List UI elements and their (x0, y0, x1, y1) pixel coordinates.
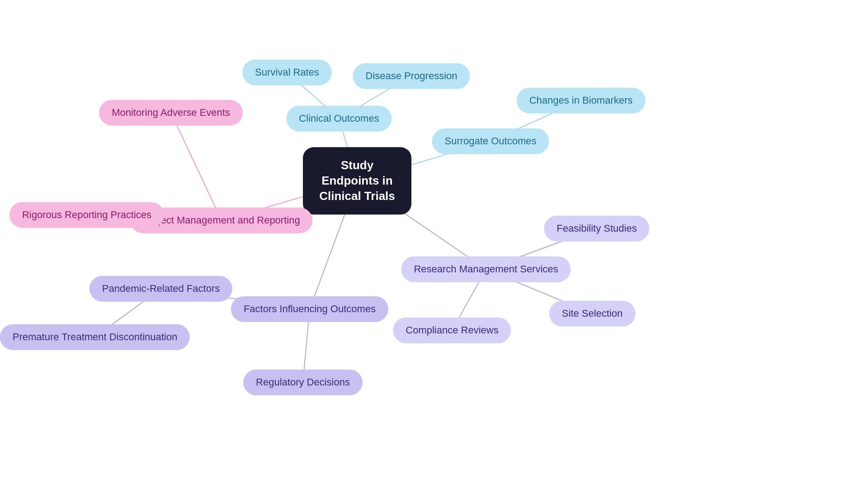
node-label-monitoring_adverse: Monitoring Adverse Events (112, 106, 230, 119)
node-compliance_reviews[interactable]: Compliance Reviews (393, 318, 511, 343)
node-premature_treatment[interactable]: Premature Treatment Discontinuation (0, 324, 190, 350)
node-clinical_outcomes[interactable]: Clinical Outcomes (286, 106, 392, 132)
node-label-pandemic_related: Pandemic-Related Factors (102, 282, 220, 295)
node-label-rigorous_reporting: Rigorous Reporting Practices (22, 209, 151, 222)
node-factors_influencing[interactable]: Factors Influencing Outcomes (231, 296, 388, 322)
node-label-factors_influencing: Factors Influencing Outcomes (244, 303, 376, 316)
node-label-changes_biomarkers: Changes in Biomarkers (529, 94, 633, 107)
node-disease_progression[interactable]: Disease Progression (353, 63, 470, 89)
node-label-disease_progression: Disease Progression (366, 70, 458, 83)
node-center[interactable]: Study Endpoints in Clinical Trials (303, 147, 411, 214)
node-label-center: Study Endpoints in Clinical Trials (317, 158, 397, 204)
node-changes_biomarkers[interactable]: Changes in Biomarkers (517, 88, 646, 114)
node-survival_rates[interactable]: Survival Rates (242, 60, 332, 86)
node-rigorous_reporting[interactable]: Rigorous Reporting Practices (9, 202, 164, 228)
node-label-project_management: Project Management and Reporting (143, 214, 300, 227)
mind-map: Study Endpoints in Clinical TrialsClinic… (0, 0, 868, 490)
node-regulatory_decisions[interactable]: Regulatory Decisions (243, 370, 363, 395)
node-label-feasibility_studies: Feasibility Studies (557, 222, 637, 235)
node-label-premature_treatment: Premature Treatment Discontinuation (13, 331, 177, 344)
node-label-compliance_reviews: Compliance Reviews (406, 324, 498, 337)
node-label-research_management: Research Management Services (414, 263, 558, 276)
svg-line-6 (171, 113, 222, 220)
node-site_selection[interactable]: Site Selection (549, 301, 636, 327)
node-label-site_selection: Site Selection (562, 307, 623, 320)
node-pandemic_related[interactable]: Pandemic-Related Factors (90, 276, 232, 302)
node-label-survival_rates: Survival Rates (255, 66, 319, 79)
node-surrogate_outcomes[interactable]: Surrogate Outcomes (432, 128, 549, 154)
node-research_management[interactable]: Research Management Services (401, 257, 571, 282)
node-label-surrogate_outcomes: Surrogate Outcomes (445, 135, 537, 148)
node-label-clinical_outcomes: Clinical Outcomes (299, 112, 379, 125)
node-monitoring_adverse[interactable]: Monitoring Adverse Events (99, 100, 243, 126)
node-label-regulatory_decisions: Regulatory Decisions (256, 376, 350, 389)
node-feasibility_studies[interactable]: Feasibility Studies (544, 216, 649, 242)
